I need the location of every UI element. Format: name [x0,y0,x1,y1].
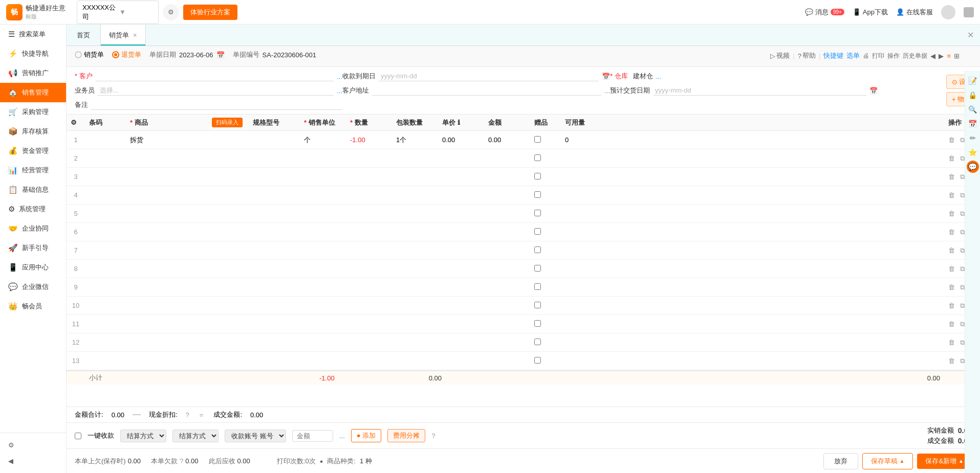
delete-icon-2[interactable]: 🗑 [948,154,955,162]
sidebar-settings-button[interactable]: ⚙ [0,437,66,453]
copy-icon-1[interactable]: ⧉ [960,136,965,144]
toolbar-video[interactable]: ▷ 视频 [770,51,790,60]
sidebar-item-search[interactable]: ☰ 搜索菜单 [0,25,66,44]
due-date-calendar-icon[interactable]: 📅 [602,73,610,80]
customer-address-dots[interactable]: ... [604,87,610,95]
sidebar-item-marketing[interactable]: 📢 营销推广 [0,63,66,83]
right-panel-icon-6[interactable]: ⭐ [967,146,979,159]
remarks-input[interactable] [91,100,342,110]
copy-icon-3[interactable]: ⧉ [960,173,965,181]
copy-icon-6[interactable]: ⧉ [960,228,965,236]
gift-checkbox-10[interactable] [534,302,541,308]
row-barcode-1[interactable] [85,131,126,149]
copy-icon-10[interactable]: ⧉ [960,302,965,309]
warehouse-dots[interactable]: ... [656,73,662,80]
salesperson-input[interactable] [98,85,334,96]
right-panel-icon-7[interactable]: 💬 [967,161,979,173]
copy-icon-2[interactable]: ⧉ [960,154,965,162]
customer-address-input[interactable] [372,85,601,96]
right-panel-icon-3[interactable]: 🔍 [967,103,979,116]
copy-icon-13[interactable]: ⧉ [960,357,965,365]
copy-icon-12[interactable]: ⧉ [960,339,965,346]
sidebar-item-quick-nav[interactable]: ⚡ 快捷导航 [0,44,66,63]
company-selector[interactable]: XXXXXX公司 ▼ [77,1,159,24]
toolbar-actions[interactable]: 操作 [887,52,900,60]
sidebar-item-base-info[interactable]: 📋 基础信息 [0,180,66,199]
delete-icon-9[interactable]: 🗑 [948,283,955,291]
scan-button[interactable]: 扫码录入 [212,118,243,127]
col-settings[interactable]: ⚙ [67,115,85,131]
delete-icon-11[interactable]: 🗑 [948,320,955,328]
layout1-icon[interactable]: ≡ [947,52,951,60]
sidebar-item-finance[interactable]: 💰 资金管理 [0,141,66,161]
toolbar-select[interactable]: 选单 [846,51,860,60]
row-unit-1[interactable]: 个 [300,131,346,149]
payment-method-select[interactable]: 结算方式 [120,430,166,442]
sidebar-item-sales[interactable]: 🏠 销售管理 [0,83,66,102]
right-panel-icon-4[interactable]: 📅 [967,118,979,130]
toolbar-print[interactable]: 打印 [872,52,884,60]
row-product-1[interactable]: 拆货 [126,131,208,149]
row-amount-1[interactable]: 0.00 [484,131,530,149]
gift-checkbox-2[interactable] [534,154,541,161]
sidebar-item-purchase[interactable]: 🛒 采购管理 [0,102,66,122]
right-panel-icon-5[interactable]: ✏ [967,132,979,144]
row-unit-price-1[interactable]: 0.00 [438,131,484,149]
copy-icon-5[interactable]: ⧉ [960,210,965,217]
tab-close-icon[interactable]: × [133,31,137,39]
sidebar-item-system[interactable]: ⚙ 系统管理 [0,199,66,219]
gift-checkbox-13[interactable] [534,357,541,364]
copy-icon-9[interactable]: ⧉ [960,283,965,291]
sidebar-item-inventory[interactable]: 📦 库存核算 [0,122,66,141]
sidebar-item-guide[interactable]: 🚀 新手引导 [0,238,66,258]
row-gift-1[interactable] [530,131,561,149]
dots-icon[interactable]: ... [339,432,345,440]
expected-delivery-input[interactable] [653,85,866,96]
gift-checkbox-5[interactable] [534,210,541,216]
radio-sales-order[interactable]: 销货单 [75,50,104,59]
close-button[interactable]: ✕ [967,30,974,40]
delete-icon-8[interactable]: 🗑 [948,265,955,273]
delete-icon-13[interactable]: 🗑 [948,357,955,365]
save-new-button[interactable]: 保存&新增 ▲ [917,454,972,469]
tab-sales-order[interactable]: 销货单 × [101,25,146,46]
delete-icon-3[interactable]: 🗑 [948,173,955,181]
expected-delivery-calendar-icon[interactable]: 📅 [869,87,878,95]
row-spec-1[interactable] [249,131,300,149]
delete-icon-5[interactable]: 🗑 [948,210,955,217]
save-draft-button[interactable]: 保存草稿 ▲ [862,453,913,469]
gift-checkbox-7[interactable] [534,246,541,253]
gift-checkbox-9[interactable] [534,283,541,290]
delete-icon-4[interactable]: 🗑 [948,191,955,199]
delete-icon-12[interactable]: 🗑 [948,339,955,346]
row-qty-1[interactable]: -1.00 [346,131,392,149]
right-panel-icon-2[interactable]: 🔒 [967,89,979,101]
salesperson-dots[interactable]: ... [337,87,342,95]
customer-dots[interactable]: ... [337,73,342,80]
row-pack-qty-1[interactable]: 1个 [392,131,438,149]
question-icon-owed[interactable]: ? [180,457,183,465]
table-scroll[interactable]: ⚙ 条码 * 商品 扫码录入 规格型号 * 销售单位 * 数量 包装数量 单价 … [67,115,980,407]
delete-icon-7[interactable]: 🗑 [948,246,955,254]
gift-checkbox-3[interactable] [534,173,541,179]
copy-icon-7[interactable]: ⧉ [960,246,965,254]
gift-checkbox-6[interactable] [534,228,541,235]
account-select[interactable]: 收款账号 账号 [225,430,286,442]
radio-return-order[interactable]: 退货单 [112,50,141,59]
next-icon[interactable]: ▶ [939,52,944,60]
toolbar-shortcut[interactable]: 快捷键 [823,51,843,60]
tab-home[interactable]: 首页 [67,25,101,46]
delete-icon-1[interactable]: 🗑 [948,136,955,144]
trial-button[interactable]: 体验行业方案 [183,5,237,20]
copy-icon-11[interactable]: ⧉ [960,320,965,328]
online-service-button[interactable]: 👤 在线客服 [896,8,933,17]
payment-method-select2[interactable]: 结算方式 [172,430,219,442]
sidebar-item-operations[interactable]: 📊 经营管理 [0,161,66,180]
delete-icon-6[interactable]: 🗑 [948,228,955,236]
gift-checkbox-11[interactable] [534,320,541,327]
avatar[interactable] [941,5,955,19]
gift-checkbox-12[interactable] [534,339,541,345]
sidebar-item-app-center[interactable]: 📱 应用中心 [0,258,66,277]
app-download-button[interactable]: 📱 App下载 [853,8,888,17]
payment-split-button[interactable]: 费用分摊 [387,429,425,442]
